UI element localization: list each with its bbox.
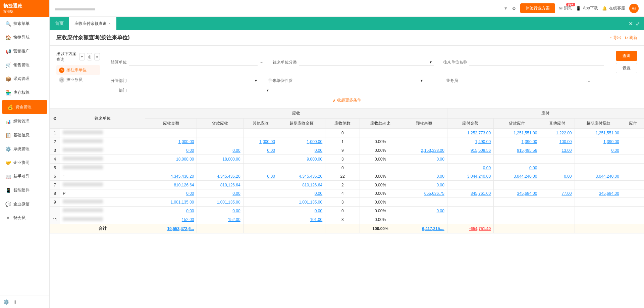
table-cell[interactable] bbox=[278, 129, 325, 137]
table-cell[interactable] bbox=[622, 181, 644, 189]
table-cell[interactable]: 345,761.00 bbox=[447, 189, 493, 198]
table-cell[interactable]: 0.00 bbox=[401, 207, 447, 215]
table-cell[interactable]: 0.00 bbox=[243, 172, 278, 181]
sidebar-item-enterprise[interactable]: 🤝 企业协同 bbox=[0, 156, 49, 170]
table-cell[interactable] bbox=[622, 129, 644, 137]
table-cell[interactable] bbox=[243, 164, 278, 172]
edit-scheme-button[interactable]: ◎ bbox=[87, 53, 93, 60]
table-cell[interactable]: 345,684.00 bbox=[575, 189, 622, 198]
table-cell[interactable]: 1,001,135.00 bbox=[197, 198, 243, 207]
table-cell[interactable] bbox=[243, 207, 278, 215]
table-cell[interactable]: 1,252,773.00 bbox=[447, 129, 493, 137]
table-cell[interactable]: 18,000.00 bbox=[197, 155, 243, 164]
table-cell[interactable] bbox=[243, 129, 278, 137]
table-cell[interactable] bbox=[494, 155, 540, 164]
table-cell[interactable]: 77.00 bbox=[540, 189, 575, 198]
table-cell[interactable] bbox=[575, 181, 622, 189]
sidebar-item-guide[interactable]: 📖 新手引导 bbox=[0, 170, 49, 183]
col-settings-th[interactable]: ⚙ bbox=[50, 108, 60, 129]
table-cell[interactable]: 4,345,436.20 bbox=[145, 172, 197, 181]
sidebar-item-wechat[interactable]: 💬 企业微信 bbox=[0, 197, 49, 211]
table-cell[interactable] bbox=[401, 215, 447, 224]
table-cell[interactable]: 0.00 bbox=[145, 146, 197, 155]
salesperson-dots[interactable]: ··· bbox=[586, 78, 590, 84]
table-cell[interactable]: 0.00 bbox=[278, 207, 325, 215]
table-cell[interactable] bbox=[575, 198, 622, 207]
tab-receivables[interactable]: 应收应付余额查询 × bbox=[69, 17, 116, 30]
table-cell[interactable]: 0.00 bbox=[278, 189, 325, 198]
table-cell[interactable] bbox=[145, 164, 197, 172]
table-cell[interactable] bbox=[243, 198, 278, 207]
table-cell[interactable] bbox=[540, 155, 575, 164]
table-cell[interactable]: 0.00 bbox=[243, 146, 278, 155]
table-cell[interactable]: 0.00 bbox=[197, 189, 243, 198]
table-cell[interactable] bbox=[494, 207, 540, 215]
table-cell[interactable] bbox=[243, 181, 278, 189]
table-cell[interactable]: 0.00 bbox=[197, 207, 243, 215]
table-cell[interactable]: 9,000.00 bbox=[278, 155, 325, 164]
sidebar-item-system[interactable]: ⚙️ 系统管理 bbox=[0, 142, 49, 156]
table-cell[interactable]: 3,044,240.00 bbox=[447, 172, 493, 181]
gear-icon[interactable]: ⚙ bbox=[512, 6, 516, 11]
table-cell[interactable] bbox=[622, 146, 644, 155]
table-cell[interactable]: 4,345,436.20 bbox=[197, 172, 243, 181]
table-cell[interactable]: 2,153,333.00 bbox=[401, 146, 447, 155]
settings-bottom-icon[interactable]: ⚙️ bbox=[3, 299, 9, 305]
table-cell[interactable] bbox=[622, 137, 644, 146]
table-cell[interactable]: 1,001,135.00 bbox=[278, 198, 325, 207]
table-cell[interactable]: 152.00 bbox=[197, 215, 243, 224]
message-button[interactable]: ✉ 消息 99+ bbox=[559, 5, 572, 11]
table-cell[interactable] bbox=[447, 207, 493, 215]
table-cell[interactable] bbox=[540, 181, 575, 189]
table-cell[interactable]: 0.00 bbox=[401, 181, 447, 189]
table-cell[interactable]: 4,345,436.20 bbox=[278, 172, 325, 181]
table-cell[interactable]: 1,251,551.00 bbox=[575, 129, 622, 137]
table-cell[interactable] bbox=[575, 155, 622, 164]
table-cell[interactable] bbox=[540, 215, 575, 224]
table-cell[interactable]: 810,126.64 bbox=[145, 181, 197, 189]
table-cell[interactable]: 1,000.00 bbox=[243, 137, 278, 146]
table-cell[interactable]: 1,490.00 bbox=[447, 137, 493, 146]
sidebar-item-purchase[interactable]: 📦 采购管理 bbox=[0, 72, 49, 86]
table-cell[interactable]: 655,636.75 bbox=[401, 189, 447, 198]
sidebar-item-smart-hw[interactable]: 📱 智能硬件 bbox=[0, 183, 49, 197]
table-cell[interactable]: 0.00 bbox=[447, 164, 493, 172]
dept-select[interactable]: ▾ bbox=[129, 87, 271, 94]
table-cell[interactable]: 13.00 bbox=[540, 146, 575, 155]
table-cell[interactable] bbox=[197, 129, 243, 137]
table-cell[interactable] bbox=[243, 189, 278, 198]
table-cell[interactable] bbox=[243, 215, 278, 224]
table-cell[interactable]: 0.00 bbox=[145, 207, 197, 215]
query-button[interactable]: 查询 bbox=[616, 51, 637, 61]
table-cell[interactable] bbox=[447, 215, 493, 224]
solution-button[interactable]: 体验行业方案 bbox=[520, 3, 555, 13]
table-cell[interactable] bbox=[540, 207, 575, 215]
app-download-button[interactable]: 📱 App下载 bbox=[576, 5, 598, 11]
sidebar-item-sales[interactable]: 🛒 销售管理 bbox=[0, 58, 49, 72]
table-cell[interactable] bbox=[401, 137, 447, 146]
table-cell[interactable]: 0.00 bbox=[401, 172, 447, 181]
table-cell[interactable] bbox=[540, 198, 575, 207]
settlement-unit-dots[interactable]: ··· bbox=[260, 59, 264, 65]
sidebar-item-marketing[interactable]: 📢 营销推广 bbox=[0, 44, 49, 58]
collapse-scheme-button[interactable]: « bbox=[94, 53, 100, 60]
table-cell[interactable]: 1,000.00 bbox=[278, 137, 325, 146]
table-cell[interactable]: 0.00 bbox=[401, 155, 447, 164]
table-cell[interactable]: 0.00 bbox=[540, 172, 575, 181]
sidebar-item-operation[interactable]: 📊 经营管理 bbox=[0, 115, 49, 128]
table-cell[interactable] bbox=[447, 198, 493, 207]
table-cell[interactable] bbox=[494, 181, 540, 189]
table-cell[interactable]: 1,000.00 bbox=[145, 137, 197, 146]
footer-receivable-amount[interactable]: 19,553,472,6... bbox=[145, 224, 197, 233]
table-cell[interactable] bbox=[401, 198, 447, 207]
partner-nature-select[interactable]: ▾ bbox=[294, 77, 425, 84]
table-cell[interactable] bbox=[622, 172, 644, 181]
sidebar-item-finance[interactable]: 💰 资金管理 bbox=[2, 100, 47, 114]
table-cell[interactable]: 18,000.00 bbox=[145, 155, 197, 164]
table-cell[interactable] bbox=[575, 207, 622, 215]
table-cell[interactable]: 810,126.64 bbox=[197, 181, 243, 189]
table-cell[interactable]: 101.00 bbox=[278, 215, 325, 224]
tab-close-window-icon[interactable]: ✕ bbox=[629, 20, 633, 27]
table-cell[interactable] bbox=[575, 215, 622, 224]
export-button[interactable]: ↑ 导出 bbox=[610, 35, 621, 41]
